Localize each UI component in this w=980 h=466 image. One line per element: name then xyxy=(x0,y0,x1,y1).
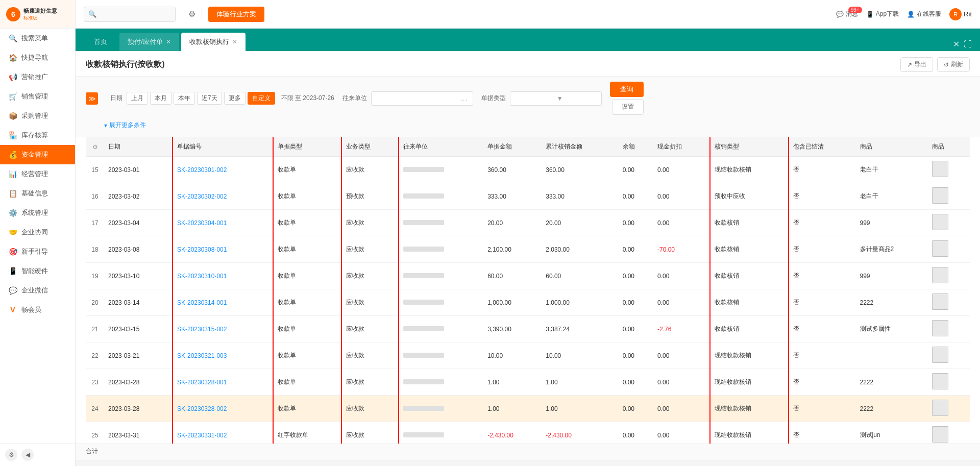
cell-balance: 0.00 xyxy=(619,263,653,289)
cell-balance: 0.00 xyxy=(619,369,653,396)
sidebar-item-base[interactable]: 📋 基础信息 xyxy=(0,184,75,203)
doc-link[interactable]: SK-20230328-002 xyxy=(177,405,227,412)
last-month-btn[interactable]: 上月 xyxy=(127,92,148,105)
cell-discount: 0.00 xyxy=(653,396,710,422)
messages-button[interactable]: 💬 消息 99+ xyxy=(836,10,858,18)
more-date-btn[interactable]: 更多 xyxy=(224,92,246,105)
filter-main-row: ≫ 日期 上月 本月 本年 近7天 更多 自定义 不限 至 2023-07-26… xyxy=(86,82,970,115)
cell-amount: -2,430.00 xyxy=(483,422,542,444)
settings-button[interactable]: 设置 xyxy=(612,99,644,115)
doc-link[interactable]: SK-20230315-002 xyxy=(177,326,227,333)
phone-icon: 📱 xyxy=(866,11,874,18)
page-actions: ↗ 导出 ↺ 刷新 xyxy=(900,57,970,72)
sidebar-item-quicknav[interactable]: 🏠 快捷导航 xyxy=(0,48,75,67)
cell-amount: 333.00 xyxy=(483,183,542,210)
settings-bottom-icon[interactable]: ⚙ xyxy=(5,449,17,461)
app-download-button[interactable]: 📱 App下载 xyxy=(866,10,899,18)
horizontal-scrollbar[interactable] xyxy=(76,460,980,466)
refresh-button[interactable]: ↺ 刷新 xyxy=(937,57,970,72)
tab-prepay[interactable]: 预付/应付单 ✕ xyxy=(119,33,179,51)
cell-goods2 xyxy=(928,422,970,444)
doc-link[interactable]: SK-20230304-001 xyxy=(177,219,227,227)
sidebar-item-marketing[interactable]: 📢 营销推广 xyxy=(0,67,75,87)
last-7-btn[interactable]: 近7天 xyxy=(197,92,222,105)
tab-collection-close-icon[interactable]: ✕ xyxy=(232,38,237,45)
sidebar: 6 畅康道好生意 标准版 🔍 搜索菜单 🏠 快捷导航 📢 营销推广 🛒 销售管理… xyxy=(0,0,76,466)
online-service-button[interactable]: 👤 在线客服 xyxy=(907,10,941,18)
sidebar-item-sales[interactable]: 🛒 销售管理 xyxy=(0,87,75,106)
cell-verifytype: 现结收款核销 xyxy=(710,422,789,444)
partner-search-input[interactable] xyxy=(376,95,458,102)
topbar-right: 💬 消息 99+ 📱 App下载 👤 在线客服 R Rit xyxy=(836,8,972,20)
cell-num: 25 xyxy=(86,422,104,444)
expand-more-btn[interactable]: ▾ 展开更多条件 xyxy=(104,119,970,132)
this-month-btn[interactable]: 本月 xyxy=(150,92,172,105)
sidebar-item-system[interactable]: ⚙️ 系统管理 xyxy=(0,203,75,223)
partner-dots[interactable]: ... xyxy=(460,95,469,102)
date-range-text: 不限 至 2023-07-26 xyxy=(281,94,334,103)
topbar-search-input[interactable] xyxy=(99,11,171,18)
partner-input[interactable]: ... xyxy=(371,91,473,106)
cell-included: 否 xyxy=(789,422,856,444)
tab-collection[interactable]: 收款核销执行 ✕ xyxy=(181,33,246,51)
cell-goods1: 2222 xyxy=(856,289,928,316)
topbar: 🔍 ⚙ 体验行业方案 💬 消息 99+ 📱 App下载 👤 在线客服 R Rit xyxy=(76,0,980,29)
col-biztype-header: 业务类型 xyxy=(341,137,399,157)
export-icon: ↗ xyxy=(907,61,912,68)
cell-verifytype: 收款核销 xyxy=(710,263,789,289)
cell-discount: 0.00 xyxy=(653,263,710,289)
sidebar-item-enterprise[interactable]: 🤝 企业协同 xyxy=(0,223,75,242)
cell-doctype: 收款单 xyxy=(273,157,341,183)
cell-date: 2023-03-28 xyxy=(104,396,173,422)
tab-home[interactable]: 首页 xyxy=(84,33,117,51)
doc-link[interactable]: SK-20230301-002 xyxy=(177,166,227,174)
solution-button[interactable]: 体验行业方案 xyxy=(208,7,264,22)
cell-verified: 1,000.00 xyxy=(542,289,618,316)
cell-verifytype: 现结收款核销 xyxy=(710,157,789,183)
cell-verified: 2,030.00 xyxy=(542,236,618,263)
collapse-filter-button[interactable]: ≫ xyxy=(86,92,98,105)
sidebar-item-wechat[interactable]: 💬 企业微信 xyxy=(0,281,75,300)
user-menu[interactable]: R Rit xyxy=(949,8,972,20)
sidebar-item-member[interactable]: V 畅会员 xyxy=(0,300,75,320)
this-year-btn[interactable]: 本年 xyxy=(174,92,195,105)
sidebar-item-finance[interactable]: 💰 资金管理 xyxy=(0,145,75,164)
cell-doctype: 收款单 xyxy=(273,210,341,236)
custom-date-btn[interactable]: 自定义 xyxy=(248,92,275,105)
finance-icon: 💰 xyxy=(8,150,17,159)
doc-link[interactable]: SK-20230331-002 xyxy=(177,432,227,439)
sidebar-item-search[interactable]: 🔍 搜索菜单 xyxy=(0,29,75,48)
export-button[interactable]: ↗ 导出 xyxy=(900,57,933,72)
cell-partner xyxy=(399,183,483,210)
gear-icon[interactable]: ⚙ xyxy=(188,9,195,19)
doc-link[interactable]: SK-20230314-001 xyxy=(177,299,227,306)
sidebar-item-hardware[interactable]: 📱 智能硬件 xyxy=(0,261,75,281)
cell-biztype: 应收款 xyxy=(341,210,399,236)
doc-link[interactable]: SK-20230310-001 xyxy=(177,273,227,280)
cell-included: 否 xyxy=(789,157,856,183)
doc-link[interactable]: SK-20230321-003 xyxy=(177,352,227,359)
doc-link[interactable]: SK-20230328-001 xyxy=(177,379,227,386)
doc-link[interactable]: SK-20230302-002 xyxy=(177,193,227,200)
cell-goods1: 2222 xyxy=(856,396,928,422)
topbar-search-box[interactable]: 🔍 xyxy=(84,7,176,22)
tab-expand-icon[interactable]: ⛶ xyxy=(964,40,972,49)
cell-partner xyxy=(399,157,483,183)
cell-partner xyxy=(399,210,483,236)
doctype-select[interactable]: ▼ xyxy=(510,91,602,106)
sidebar-item-guide[interactable]: 🎯 新手引导 xyxy=(0,242,75,261)
cell-balance: 0.00 xyxy=(619,396,653,422)
sidebar-item-inventory[interactable]: 🏪 库存核算 xyxy=(0,126,75,145)
cell-amount: 360.00 xyxy=(483,157,542,183)
tab-close-icon[interactable]: ✕ xyxy=(953,39,960,49)
cell-discount: 0.00 xyxy=(653,183,710,210)
cell-discount: 0.00 xyxy=(653,289,710,316)
doc-link[interactable]: SK-20230308-001 xyxy=(177,246,227,253)
sidebar-item-purchase[interactable]: 📦 采购管理 xyxy=(0,106,75,126)
sidebar-item-operations[interactable]: 📊 经营管理 xyxy=(0,164,75,184)
tab-prepay-close-icon[interactable]: ✕ xyxy=(166,38,171,45)
message-icon: 💬 xyxy=(836,11,844,18)
query-button[interactable]: 查询 xyxy=(610,82,644,97)
col-settings-header[interactable]: ⚙ xyxy=(86,137,104,157)
collapse-sidebar-icon[interactable]: ◀ xyxy=(21,449,34,461)
